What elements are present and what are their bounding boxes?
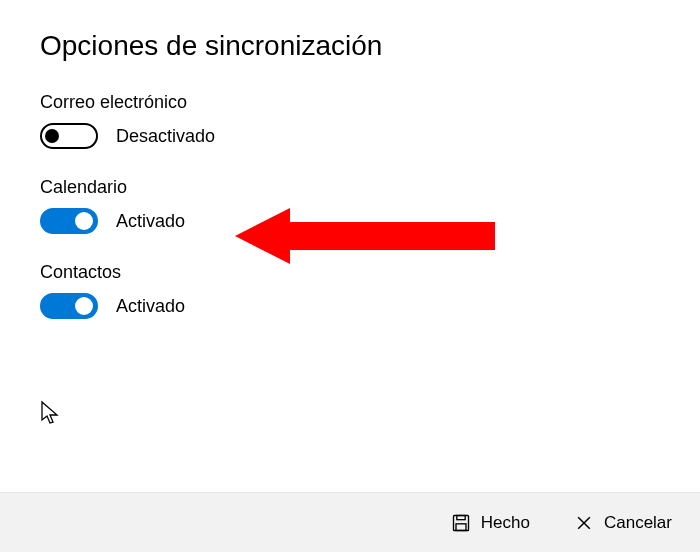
- section-calendar: Calendario Activado: [40, 177, 660, 234]
- section-email: Correo electrónico Desactivado: [40, 92, 660, 149]
- bottom-bar: Hecho Cancelar: [0, 492, 700, 552]
- done-button[interactable]: Hecho: [443, 507, 538, 539]
- email-state: Desactivado: [116, 126, 215, 147]
- calendar-label: Calendario: [40, 177, 660, 198]
- contacts-toggle[interactable]: [40, 293, 98, 319]
- toggle-knob: [75, 297, 93, 315]
- email-label: Correo electrónico: [40, 92, 660, 113]
- section-contacts: Contactos Activado: [40, 262, 660, 319]
- calendar-toggle[interactable]: [40, 208, 98, 234]
- cancel-button[interactable]: Cancelar: [566, 507, 680, 539]
- toggle-knob: [45, 129, 59, 143]
- cancel-label: Cancelar: [604, 513, 672, 533]
- calendar-state: Activado: [116, 211, 185, 232]
- contacts-state: Activado: [116, 296, 185, 317]
- toggle-knob: [75, 212, 93, 230]
- svg-rect-3: [456, 523, 466, 530]
- email-toggle[interactable]: [40, 123, 98, 149]
- save-icon: [451, 513, 471, 533]
- close-icon: [574, 513, 594, 533]
- cursor-icon: [40, 400, 60, 426]
- svg-rect-2: [457, 515, 465, 519]
- page-title: Opciones de sincronización: [40, 30, 660, 62]
- contacts-label: Contactos: [40, 262, 660, 283]
- done-label: Hecho: [481, 513, 530, 533]
